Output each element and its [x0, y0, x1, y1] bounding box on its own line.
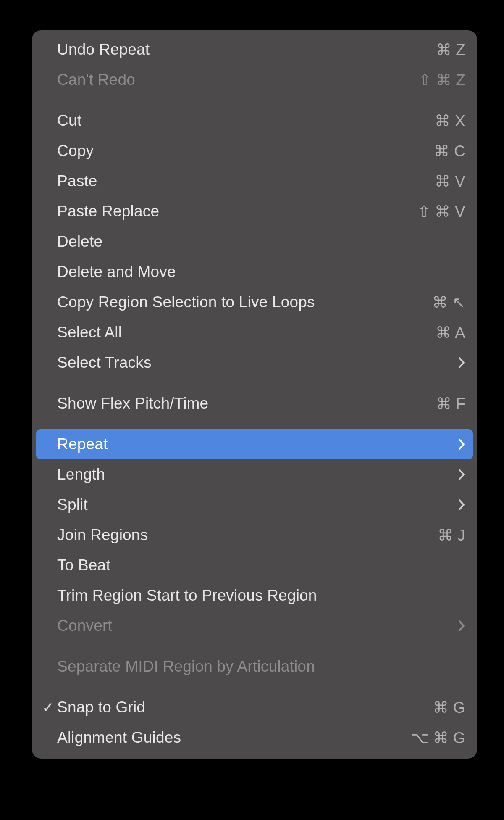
menu-item-label: Delete and Move: [57, 263, 465, 281]
menu-item-trim-start[interactable]: Trim Region Start to Previous Region: [32, 580, 477, 611]
chevron-right-icon: [458, 356, 465, 369]
menu-item-label: Paste Replace: [57, 203, 411, 220]
menu-item-paste-replace[interactable]: Paste Replace⇧ ⌘ V: [32, 196, 477, 227]
menu-item-shortcut: ⇧ ⌘ V: [417, 203, 465, 221]
menu-item-shortcut: ⌘ C: [434, 142, 465, 160]
menu-item-cut[interactable]: Cut⌘ X: [32, 105, 477, 136]
menu-item-shortcut: ⌥ ⌘ G: [411, 729, 465, 747]
menu-item-label: Convert: [57, 617, 451, 635]
menu-separator: [39, 687, 470, 687]
chevron-right-icon: [458, 468, 465, 481]
menu-item-label: Show Flex Pitch/Time: [57, 395, 429, 412]
menu-item-copy[interactable]: Copy⌘ C: [32, 136, 477, 166]
menu-item-undo[interactable]: Undo Repeat⌘ Z: [32, 34, 477, 65]
menu-item-convert: Convert: [32, 611, 477, 641]
menu-item-join-regions[interactable]: Join Regions⌘ J: [32, 520, 477, 550]
menu-separator: [39, 424, 470, 424]
menu-item-shortcut: ⇧ ⌘ Z: [418, 71, 465, 89]
menu-item-show-flex[interactable]: Show Flex Pitch/Time⌘ F: [32, 388, 477, 419]
menu-item-redo: Can't Redo⇧ ⌘ Z: [32, 65, 477, 95]
menu-item-label: Can't Redo: [57, 71, 412, 89]
menu-item-to-beat[interactable]: To Beat: [32, 550, 477, 580]
menu-item-repeat[interactable]: Repeat: [36, 429, 473, 459]
menu-item-label: Trim Region Start to Previous Region: [57, 587, 465, 604]
edit-menu: Undo Repeat⌘ ZCan't Redo⇧ ⌘ ZCut⌘ XCopy⌘…: [32, 30, 477, 759]
menu-item-label: Copy Region Selection to Live Loops: [57, 293, 425, 311]
menu-item-label: Alignment Guides: [57, 729, 404, 746]
menu-item-copy-live-loops[interactable]: Copy Region Selection to Live Loops⌘ ↖: [32, 287, 477, 317]
menu-item-label: Join Regions: [57, 526, 431, 544]
menu-item-shortcut: ⌘ G: [433, 699, 465, 717]
menu-item-snap-grid[interactable]: ✓Snap to Grid⌘ G: [32, 692, 477, 722]
menu-item-label: Snap to Grid: [57, 699, 426, 716]
menu-item-delete-move[interactable]: Delete and Move: [32, 257, 477, 287]
menu-item-label: Separate MIDI Region by Articulation: [57, 658, 465, 675]
menu-item-label: Cut: [57, 112, 428, 129]
check-icon: ✓: [40, 700, 55, 715]
menu-item-length[interactable]: Length: [32, 459, 477, 490]
menu-item-shortcut: ⌘ A: [436, 324, 465, 342]
menu-item-paste[interactable]: Paste⌘ V: [32, 166, 477, 196]
menu-item-label: To Beat: [57, 556, 465, 574]
chevron-right-icon: [458, 438, 465, 451]
menu-item-label: Delete: [57, 233, 465, 250]
menu-item-shortcut: ⌘ F: [436, 395, 465, 413]
menu-separator: [39, 383, 470, 383]
menu-item-shortcut: ⌘ Z: [436, 41, 465, 59]
menu-item-label: Length: [57, 466, 451, 483]
menu-separator: [39, 100, 470, 100]
menu-item-label: Paste: [57, 172, 428, 190]
menu-item-delete[interactable]: Delete: [32, 227, 477, 257]
menu-item-label: Split: [57, 496, 451, 514]
menu-item-label: Repeat: [57, 435, 451, 453]
menu-item-split[interactable]: Split: [32, 490, 477, 520]
menu-item-sep-midi: Separate MIDI Region by Articulation: [32, 651, 477, 682]
menu-item-label: Copy: [57, 142, 427, 160]
menu-item-shortcut: ⌘ ↖: [432, 293, 465, 311]
menu-item-label: Select All: [57, 324, 429, 341]
chevron-right-icon: [458, 498, 465, 511]
menu-item-select-all[interactable]: Select All⌘ A: [32, 317, 477, 348]
menu-item-shortcut: ⌘ J: [438, 526, 465, 544]
menu-item-label: Select Tracks: [57, 354, 451, 372]
menu-item-align[interactable]: Alignment Guides⌥ ⌘ G: [32, 722, 477, 753]
menu-separator: [39, 646, 470, 646]
menu-item-select-tracks[interactable]: Select Tracks: [32, 348, 477, 378]
chevron-right-icon: [458, 620, 465, 632]
menu-item-shortcut: ⌘ X: [435, 112, 465, 130]
menu-item-shortcut: ⌘ V: [435, 172, 465, 190]
menu-item-label: Undo Repeat: [57, 41, 429, 58]
